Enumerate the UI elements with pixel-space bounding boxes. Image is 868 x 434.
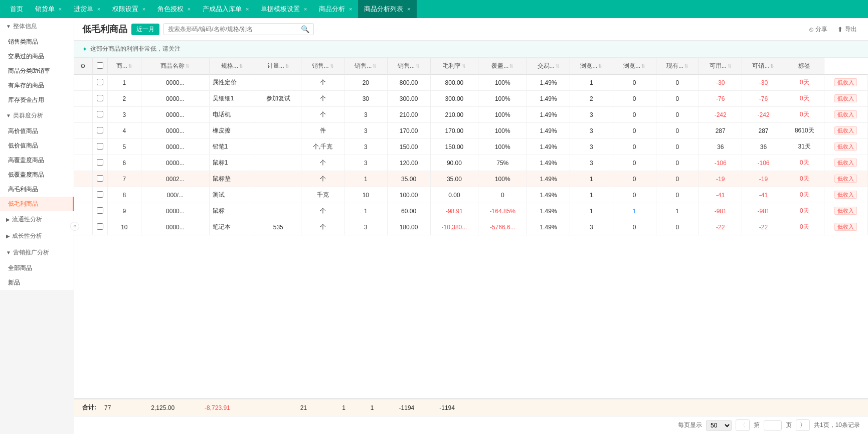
col-unit[interactable]: 计量...⇅ [255, 58, 301, 75]
row-check-9[interactable] [97, 223, 103, 230]
nav-purchase-order[interactable]: 进货单 × [68, 0, 106, 18]
col-sales-qty[interactable]: 销售...⇅ [301, 58, 344, 75]
row-browse1-3: 0 [613, 123, 656, 139]
row-checkbox-8[interactable] [92, 203, 107, 219]
sidebar-item-high-coverage[interactable]: 高覆盖度商品 [0, 153, 74, 168]
search-input[interactable] [168, 26, 301, 33]
col-cover-rate[interactable]: 覆盖...⇅ [478, 58, 527, 75]
sidebar-item-traded-goods[interactable]: 交易过的商品 [0, 49, 74, 64]
sidebar-item-all-goods[interactable]: 全部商品 [0, 261, 74, 275]
sidebar-item-new-goods[interactable]: 新品 [0, 275, 74, 290]
row-checkbox-6[interactable] [92, 171, 107, 187]
sidebar-item-high-margin[interactable]: 高毛利商品 [0, 182, 74, 197]
sidebar-item-high-value[interactable]: 高价值商品 [0, 124, 74, 138]
row-check-1[interactable] [97, 95, 103, 101]
row-unit-3: 件 [301, 123, 344, 139]
col-trans[interactable]: 交易...⇅ [527, 58, 570, 75]
page-number-input[interactable]: 1 [764, 420, 782, 430]
close-analysis-icon[interactable]: × [349, 6, 352, 12]
col-gross-rate[interactable]: 毛利率⇅ [430, 58, 478, 75]
close-template-icon[interactable]: × [304, 6, 307, 12]
close-role-auth-icon[interactable]: × [188, 6, 191, 12]
row-checkbox-7[interactable] [92, 187, 107, 203]
row-checkbox-0[interactable] [92, 75, 107, 91]
col-saleable[interactable]: 可销...⇅ [742, 58, 785, 75]
close-sales-order-icon[interactable]: × [59, 6, 62, 12]
row-gross-rate-8: -164.85% [478, 203, 527, 219]
sidebar-item-stock-capital[interactable]: 库存资金占用 [0, 93, 74, 107]
sidebar-collapse-btn[interactable]: « [70, 222, 79, 231]
header-actions: ⎋ 分享 ⬆ 导出 [806, 24, 860, 35]
sidebar-item-low-margin[interactable]: 低毛利商品 [0, 197, 74, 211]
row-cover-rate-0: 1.49% [527, 75, 570, 91]
row-check-8[interactable] [97, 207, 103, 214]
filter-recent-month-btn[interactable]: 近一月 [131, 24, 159, 35]
table-row: 7 0002... 鼠标垫 个 1 35.00 35.00 100% 1.49%… [74, 171, 868, 187]
nav-sales-order[interactable]: 销货单 × [29, 0, 68, 18]
prev-page-btn[interactable]: 〈 [736, 419, 750, 431]
row-check-2[interactable] [97, 111, 103, 117]
row-current-6: -19 [699, 171, 742, 187]
nav-role-auth[interactable]: 角色授权 × [151, 0, 197, 18]
col-browse1[interactable]: 浏览...⇅ [570, 58, 613, 75]
col-tag[interactable]: 标签 [785, 58, 824, 75]
nav-template-settings[interactable]: 单据模板设置 × [255, 0, 313, 18]
nav-product-entry[interactable]: 产成品入库单 × [197, 0, 255, 18]
row-checkbox-2[interactable] [92, 107, 107, 123]
col-spec[interactable]: 规格...⇅ [209, 58, 255, 75]
col-current[interactable]: 现有...⇅ [656, 58, 699, 75]
search-icon[interactable]: 🔍 [301, 25, 309, 33]
row-check-6[interactable] [97, 175, 103, 182]
row-code-8: 0000... [141, 203, 209, 219]
next-page-btn[interactable]: 〉 [796, 419, 810, 431]
export-btn[interactable]: ⬆ 导出 [834, 24, 860, 35]
col-checkbox[interactable] [92, 58, 107, 75]
nav-product-analysis[interactable]: 商品分析 × [313, 0, 358, 18]
row-current-0: -30 [699, 75, 742, 91]
row-check-7[interactable] [97, 191, 103, 198]
row-check-0[interactable] [97, 79, 103, 85]
sidebar-item-low-coverage[interactable]: 低覆盖度商品 [0, 168, 74, 182]
col-code[interactable]: 商...⇅ [107, 58, 141, 75]
row-checkbox-4[interactable] [92, 139, 107, 155]
col-gear[interactable]: ⚙ [74, 58, 92, 75]
nav-home[interactable]: 首页 [4, 0, 29, 18]
row-unit-2: 个 [301, 107, 344, 123]
sidebar-group-overall[interactable]: ▼ 整体信息 [0, 18, 74, 35]
sidebar-item-stock-goods[interactable]: 有库存的商品 [0, 78, 74, 93]
row-check-4[interactable] [97, 143, 103, 150]
sort-price-icon: ⇅ [373, 64, 377, 69]
select-all-checkbox[interactable] [97, 62, 103, 69]
row-current-1: -76 [699, 91, 742, 107]
close-permission-icon[interactable]: × [142, 6, 145, 12]
row-check-5[interactable] [97, 159, 103, 166]
row-sales-amount-6: 35.00 [430, 171, 478, 187]
col-sales-price[interactable]: 销售...⇅ [344, 58, 387, 75]
col-name[interactable]: 商品名称⇅ [141, 58, 209, 75]
col-sales-amount[interactable]: 销售...⇅ [387, 58, 430, 75]
close-product-entry-icon[interactable]: × [246, 6, 249, 12]
close-purchase-order-icon[interactable]: × [97, 6, 100, 12]
sidebar-group-growth[interactable]: ▶ 成长性分析 [0, 228, 74, 244]
row-checkbox-3[interactable] [92, 123, 107, 139]
col-browse2[interactable]: 浏览...⇅ [613, 58, 656, 75]
row-check-3[interactable] [97, 127, 103, 133]
row-current-8: -981 [699, 203, 742, 219]
col-available[interactable]: 可用...⇅ [699, 58, 742, 75]
row-checkbox-5[interactable] [92, 155, 107, 171]
sidebar-group-cluster[interactable]: ▼ 类群度分析 [0, 107, 74, 124]
sidebar-item-low-value[interactable]: 低价值商品 [0, 138, 74, 153]
sidebar-group-circulation[interactable]: ▶ 流通性分析 [0, 211, 74, 228]
close-analysis-list-icon[interactable]: × [407, 6, 410, 12]
nav-analysis-list[interactable]: 商品分析列表 × [358, 0, 416, 18]
row-browse1-8[interactable]: 1 [613, 203, 656, 219]
per-page-select[interactable]: 50 20 100 [706, 420, 732, 431]
sidebar-item-sales-goods[interactable]: 销售类商品 [0, 35, 74, 49]
sidebar-item-category-rate[interactable]: 商品分类助销率 [0, 64, 74, 78]
sidebar-group-marketing[interactable]: ▼ 营销推广分析 [0, 244, 74, 261]
row-checkbox-9[interactable] [92, 219, 107, 235]
share-btn[interactable]: ⎋ 分享 [806, 24, 830, 35]
row-checkbox-1[interactable] [92, 91, 107, 107]
nav-permission[interactable]: 权限设置 × [106, 0, 151, 18]
row-browse2-8: 1 [656, 203, 699, 219]
